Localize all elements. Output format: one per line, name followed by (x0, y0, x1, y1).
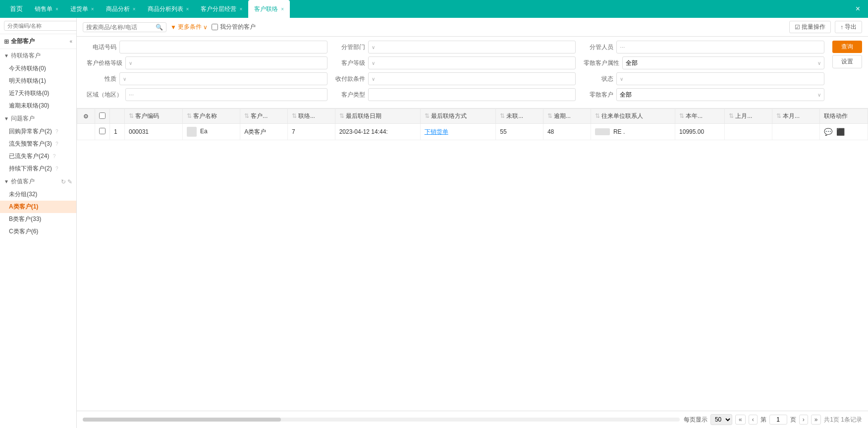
problem-customers-group[interactable]: ▼ 问题客户 (0, 112, 76, 125)
customer-level-select[interactable]: ∨ (368, 56, 576, 69)
all-customers-header: ⊞ 全部客户 « (0, 34, 76, 49)
chevron-down-icon: ∨ (620, 76, 623, 82)
sidebar-item-class-a[interactable]: A类客户(1) (0, 201, 76, 213)
filter-nature: 性质 ∨ (83, 72, 331, 85)
sidebar-item-repurchase-abnormal[interactable]: 回购异常客户(2) ? (0, 125, 76, 138)
last-method-column-header[interactable]: ⇅最后联络方式 (420, 109, 496, 124)
contact-person-column-header[interactable]: ⇅往来单位联系人 (591, 109, 675, 124)
sidebar-item-today[interactable]: 今天待联络(0) (0, 62, 76, 75)
message-icon[interactable]: 💬 (824, 128, 832, 136)
close-icon[interactable]: × (55, 6, 58, 12)
close-icon[interactable]: × (133, 6, 136, 12)
filter-bar: 🔍 ▼ 更多条件 ∨ 我分管的客户 ☑ 批量操作 ↑ 导出 (77, 18, 868, 37)
row-select-checkbox[interactable] (99, 128, 106, 134)
status-select[interactable]: ∨ (616, 72, 824, 85)
sidebar-search-input[interactable] (4, 21, 77, 31)
price-level-select[interactable]: ∨ (125, 56, 327, 69)
sidebar-item-churn-warning[interactable]: 流失预警客户(3) ? (0, 138, 76, 150)
nature-select[interactable]: ∨ (119, 72, 327, 85)
edit-icon[interactable]: ✎ (67, 178, 72, 185)
row-overdue: 48 (543, 124, 591, 140)
scrollbar-thumb[interactable] (83, 418, 281, 422)
row-index: 1 (110, 124, 125, 140)
search-icon[interactable]: 🔍 (156, 24, 163, 31)
horizontal-scrollbar[interactable] (83, 418, 680, 422)
all-customers-label: 全部客户 (11, 37, 35, 46)
gear-column-header[interactable]: ⚙ (77, 109, 95, 124)
my-customers-input[interactable] (212, 24, 218, 30)
dept-select[interactable]: ∨ (368, 41, 576, 54)
sidebar-item-declining[interactable]: 持续下滑客户(2) ? (0, 162, 76, 175)
help-icon: ? (55, 166, 58, 171)
tab-analysis[interactable]: 商品分析 × (100, 0, 142, 18)
value-customers-group[interactable]: ▼ 价值客户 ↻ ✎ (0, 175, 76, 188)
last-date-column-header[interactable]: ⇅最后联络日期 (335, 109, 420, 124)
last-method-link[interactable]: 下销货单 (425, 128, 448, 135)
close-icon[interactable]: × (281, 6, 284, 12)
tab-sales[interactable]: 销售单 × (29, 0, 64, 18)
grid-icon: ⊞ (4, 38, 9, 45)
tab-customer-contact[interactable]: 客户联络 × (248, 0, 290, 18)
collapse-button[interactable]: « (69, 39, 72, 44)
contact-column-header[interactable]: ⇅联络... (287, 109, 335, 124)
sidebar-item-churned[interactable]: 已流失客户(24) ? (0, 150, 76, 162)
chevron-down-icon: ∨ (203, 24, 208, 31)
row-last-method[interactable]: 下销货单 (420, 124, 496, 140)
per-page-select[interactable]: 50 (710, 414, 732, 425)
chevron-down-icon: ∨ (123, 76, 126, 82)
sidebar-item-7days[interactable]: 近7天待联络(0) (0, 87, 76, 100)
close-icon[interactable]: × (186, 6, 189, 12)
query-button[interactable]: 查询 (832, 41, 862, 53)
last-page-button[interactable]: » (811, 415, 821, 425)
no-contact-column-header[interactable]: ⇅未联... (496, 109, 543, 124)
close-icon[interactable]: × (91, 6, 94, 12)
pending-contact-group[interactable]: ▼ 待联络客户 (0, 49, 76, 62)
payment-select[interactable]: ∨ (368, 72, 576, 85)
refresh-icon[interactable]: ↻ (61, 178, 66, 185)
sidebar-item-tomorrow[interactable]: 明天待联络(1) (0, 75, 76, 87)
customer-type-input[interactable] (368, 88, 576, 101)
next-page-button[interactable]: › (799, 415, 808, 425)
tab-analysis-list[interactable]: 商品分析列表 × (142, 0, 195, 18)
last-month-column-header[interactable]: ⇅上月... (725, 109, 772, 124)
settings-button[interactable]: 设置 (832, 55, 862, 68)
batch-operation-button[interactable]: ☑ 批量操作 (789, 21, 831, 33)
home-tab[interactable]: 首页 (4, 4, 29, 13)
row-contact: 7 (287, 124, 335, 140)
more-filters-button[interactable]: ▼ 更多条件 ∨ (170, 23, 208, 31)
qr-icon[interactable]: ⬛ (836, 128, 845, 136)
tab-customer-tier[interactable]: 客户分层经营 × (195, 0, 248, 18)
filter-row-4: 区域（地区） ··· 客户类型 零散客户 全部 (83, 88, 828, 101)
first-page-button[interactable]: « (735, 415, 746, 425)
export-button[interactable]: ↑ 导出 (835, 21, 862, 33)
payment-label: 收付款条件 (335, 75, 365, 83)
overdue-column-header[interactable]: ⇅逾期... (543, 109, 591, 124)
manager-input[interactable]: ··· (616, 41, 824, 54)
prev-page-button[interactable]: ‹ (749, 415, 758, 425)
sidebar-item-unclassified[interactable]: 未分组(32) (0, 188, 76, 201)
type-column-header[interactable]: ⇅客户... (240, 109, 288, 124)
filter-customer-type: 客户类型 (331, 88, 580, 101)
select-all-checkbox[interactable] (99, 112, 106, 119)
row-checkbox (95, 124, 110, 140)
name-column-header[interactable]: ⇅客户名称 (182, 109, 240, 124)
tab-purchase[interactable]: 进货单 × (64, 0, 100, 18)
page-number-input[interactable] (769, 415, 787, 425)
search-input[interactable] (86, 24, 156, 31)
sidebar-item-class-b[interactable]: B类客户(33) (0, 213, 76, 225)
this-month-column-header[interactable]: ⇅本月... (772, 109, 820, 124)
scrollbar-area (83, 418, 680, 422)
sidebar-item-class-c[interactable]: C类客户(6) (0, 225, 76, 238)
sidebar-item-overdue[interactable]: 逾期未联络(30) (0, 100, 76, 112)
this-year-column-header[interactable]: ⇅本年... (675, 109, 725, 124)
close-icon[interactable]: × (239, 6, 242, 12)
phone-input[interactable] (119, 41, 327, 54)
region-input[interactable]: ··· (125, 88, 327, 101)
code-column-header[interactable]: ⇅客户编码 (125, 109, 183, 124)
scattered-select[interactable]: 全部 ∨ (616, 88, 824, 101)
row-last-date: 2023-04-12 14:44: (335, 124, 420, 140)
filter-row-3: 性质 ∨ 收付款条件 ∨ 状态 (83, 72, 828, 85)
help-icon: ? (55, 129, 58, 134)
scattered-attr-select[interactable]: 全部 ∨ (622, 56, 824, 69)
close-all-button[interactable]: × (852, 4, 864, 13)
